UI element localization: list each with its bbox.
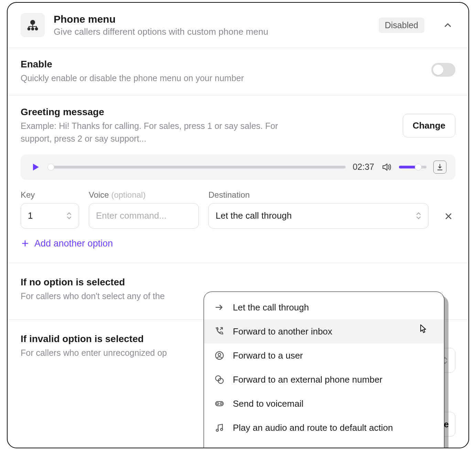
voice-label: Voice (optional)	[89, 190, 199, 200]
voicemail-icon	[214, 398, 225, 409]
svg-point-12	[220, 428, 223, 430]
voice-input[interactable]	[96, 210, 192, 221]
external-number-icon	[214, 374, 225, 385]
user-icon	[214, 350, 225, 361]
volume-button[interactable]	[381, 162, 392, 173]
enable-title: Enable	[21, 59, 244, 70]
greeting-subtitle: Example: Hi! Thanks for calling. For sal…	[21, 120, 303, 145]
panel-title: Phone menu	[54, 13, 370, 25]
stepper-icon	[66, 212, 72, 219]
greeting-title: Greeting message	[21, 107, 303, 118]
svg-point-5	[218, 353, 221, 356]
menu-item-voicemail[interactable]: Send to voicemail	[204, 392, 444, 416]
menu-item-additional-menu[interactable]: Send to additional phone menu	[204, 440, 444, 448]
volume-slider[interactable]	[399, 166, 426, 168]
svg-point-10	[220, 403, 222, 405]
destination-value: Let the call through	[216, 210, 292, 221]
destination-select[interactable]: Let the call through	[208, 203, 429, 229]
chevron-up-icon	[443, 20, 453, 30]
option-row: Key 1 Voice (optional) Destinat	[21, 190, 455, 229]
panel-subtitle: Give callers different options with cust…	[54, 26, 370, 37]
menu-item-play-audio[interactable]: Play an audio and route to default actio…	[204, 416, 444, 440]
svg-point-9	[217, 403, 219, 405]
change-greeting-button[interactable]: Change	[403, 114, 455, 138]
collapse-button[interactable]	[440, 18, 455, 33]
volume-icon	[381, 162, 392, 173]
svg-point-0	[30, 20, 35, 25]
stepper-icon	[416, 212, 421, 219]
status-badge: Disabled	[379, 18, 424, 33]
menu-item-forward-inbox[interactable]: Forward to another inbox	[204, 319, 444, 343]
download-icon	[436, 163, 444, 171]
menu-item-let-call-through[interactable]: Let the call through	[204, 295, 444, 319]
greeting-section: Greeting message Example: Hi! Thanks for…	[8, 96, 468, 263]
remove-row-button[interactable]	[442, 209, 455, 223]
plus-icon	[21, 239, 30, 248]
audio-time: 02:37	[353, 162, 374, 172]
play-button[interactable]	[30, 161, 41, 173]
seek-slider[interactable]	[48, 166, 346, 168]
destination-dropdown: Let the call through Forward to another …	[204, 292, 444, 448]
menu-item-forward-external[interactable]: Forward to an external phone number	[204, 368, 444, 392]
enable-section: Enable Quickly enable or disable the pho…	[8, 48, 468, 96]
key-select[interactable]: 1	[21, 203, 79, 229]
phone-menu-ivr-icon	[21, 13, 45, 37]
music-note-icon	[214, 422, 225, 434]
audio-player: 02:37	[21, 154, 455, 180]
download-button[interactable]	[433, 161, 446, 174]
no-option-title: If no option is selected	[21, 277, 455, 288]
add-option-button[interactable]: Add another option	[21, 238, 455, 249]
cursor-icon	[417, 324, 428, 335]
enable-subtitle: Quickly enable or disable the phone menu…	[21, 72, 244, 84]
key-value: 1	[28, 210, 33, 221]
key-label: Key	[21, 190, 79, 200]
menu-item-forward-user[interactable]: Forward to a user	[204, 343, 444, 368]
arrow-right-icon	[214, 302, 225, 313]
play-icon	[30, 161, 41, 173]
dialpad-icon	[214, 446, 225, 448]
close-icon	[444, 211, 453, 221]
panel-header: Phone menu Give callers different option…	[8, 3, 468, 47]
call-forward-icon	[214, 326, 225, 337]
destination-label: Destination	[208, 190, 432, 200]
enable-toggle[interactable]	[431, 63, 455, 77]
voice-input-wrap	[89, 203, 199, 229]
svg-point-11	[216, 429, 218, 431]
